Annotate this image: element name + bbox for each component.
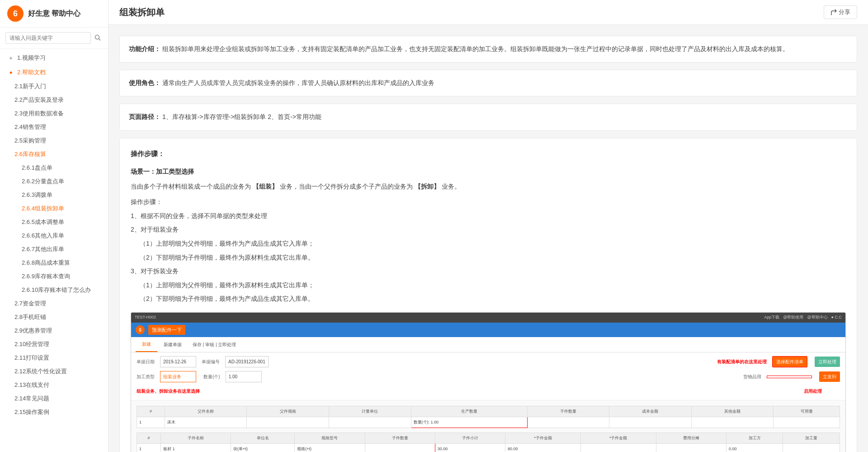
mock-lth-unit-name: 单位名 [231,433,295,444]
sidebar-sub-label: 2.4销售管理 [14,123,46,131]
sidebar-item-custom[interactable]: 2.12系统个性化设置 [0,365,108,378]
mock-lower-table: # 子件名称 单位名 规格型号 子件数量 子件小计 *子件金额 *子件金额 费用… [137,433,840,452]
sidebar-sub-label: 2.6.8商品成本重算 [22,259,70,267]
mock-select-btn[interactable]: 选择配件清单 [772,356,807,367]
mock-upper-table-area: # 父件名称 父件规格 计量单位 生产数量 子件数量 成本金额 其他金额 可用量 [131,400,845,429]
mock-annotation-row: 组装业务、拆卸业务在这里选择 启用处理 [137,386,840,396]
sidebar-item-case[interactable]: 2.15操作案例 [0,405,108,419]
sidebar-item-capital[interactable]: 2.7资金管理 [0,297,108,310]
brand-name: 好生意 帮助中心 [28,9,80,19]
mock-th-unit: 计量单位 [329,406,411,417]
sidebar-item-print[interactable]: 2.11打印设置 [0,351,108,365]
step3-1: （1）上部明细为父件明细，最终作为原材料生成其它出库单； [131,279,846,291]
mock-date-input[interactable]: 2019-12-26 [160,356,196,367]
function-intro-card: 功能介绍： 组装拆卸单用来处理企业组装或拆卸等加工业务，支持有固定装配清单的产品… [119,36,857,62]
mock-form-row-1: 单据日期 2019-12-26 单据编号 AD-20191226-001 有装配… [137,356,840,367]
sidebar-sub-label: 2.6.4组装拆卸单 [22,205,64,213]
sidebar-item-inv-cost[interactable]: 2.6.5成本调整单 [0,215,108,229]
sidebar: 6 好生意 帮助中心 ＋ 1.视频学习 ● 2.帮助文档 2.1新手入门 2.2… [0,0,108,452]
main-header: 组装拆卸单 分享 [108,0,868,25]
sidebar-sub-label: 2.8手机旺铺 [14,313,46,321]
mock-num-label: 单据编号 [202,357,220,366]
sidebar-sub-label: 2.13在线支付 [14,381,49,389]
mock-lth-fee: 费用分摊 [656,433,726,444]
mock-lth-amt1: *子件金额 [505,433,581,444]
mock-th-avail: 可用量 [774,406,840,417]
sidebar-item-new[interactable]: 2.1新手入门 [0,80,108,93]
mock-th-parent-name: 父件名称 [165,406,247,417]
sidebar-item-coupon[interactable]: 2.9优惠券管理 [0,324,108,338]
sidebar-sub-label: 2.6.1盘点单 [22,164,52,172]
sidebar-sub-label: 2.11打印设置 [14,354,49,362]
mock-form-area: 单据日期 2019-12-26 单据编号 AD-20191226-001 有装配… [131,352,845,400]
search-input[interactable] [5,32,91,44]
use-role-text: 通常由生产人员或库管人员完成拆装业务的操作，库管人员确认原材料的出库和产成品的入… [162,79,434,86]
mock-tab-bar: 新建 新建单据 保存 | 审核 | 立即处理 [131,337,845,352]
mock-th-cost: 成本金额 [609,406,692,417]
mock-lth-qty-sub: 子件数量 [365,433,435,444]
mock-status-bar: TEST-H002 App下载 @帮助使用 @帮助中心 ● C.C [131,313,845,323]
sidebar-item-sales[interactable]: 2.4销售管理 [0,120,108,134]
mock-qty-input[interactable]: 1.00 [226,371,262,382]
search-button[interactable] [93,33,103,44]
mock-tab-actions[interactable]: 保存 | 审核 | 立即处理 [188,338,241,351]
sidebar-item-inv-check[interactable]: 2.6.1盘点单 [0,161,108,175]
mock-app-bar: 6 预测配件一下 [131,323,845,337]
annotation-1: 有装配清单的在这里处理 [717,357,767,366]
mock-td-cost [609,417,692,428]
sidebar-item-docs[interactable]: ● 2.帮助文档 [0,65,108,80]
sidebar-item-purchase[interactable]: 2.5采购管理 [0,134,108,147]
mock-th-qty-sub: 子件数量 [527,406,609,417]
sidebar-item-inv-err[interactable]: 2.6.10库存账本错了怎么办 [0,283,108,297]
mock-num-input[interactable]: AD-20191226-001 [225,356,269,367]
annotation-3: 启用处理 [804,387,822,395]
sidebar-item-video[interactable]: ＋ 1.视频学习 [0,51,108,65]
plus-icon: ＋ [7,54,14,62]
mock-type-input[interactable]: 组装业务 [160,371,196,382]
sidebar-item-inv-transfer[interactable]: 2.6.3调拨单 [0,188,108,202]
sidebar-item-inv-out[interactable]: 2.6.7其他出库单 [0,243,108,256]
mock-qty-label: 数量(个) [203,372,220,381]
sidebar-item-label: 2.帮助文档 [17,68,46,76]
sidebar-item-install[interactable]: 2.2产品安装及登录 [0,93,108,107]
mock-lower-table-area: # 子件名称 单位名 规格型号 子件数量 子件小计 *子件金额 *子件金额 费用… [131,429,845,452]
mock-td-num: 1 [137,417,165,428]
mock-td-other [691,417,774,428]
sidebar-item-faq[interactable]: 2.14常见问题 [0,392,108,405]
mock-th-other: 其他金额 [691,406,774,417]
sidebar-item-inv-split[interactable]: 2.6.2分量盘点单 [0,175,108,188]
sidebar-item-inv-book[interactable]: 2.6.9库存账本查询 [0,270,108,283]
table-row: 1 床木 数量(个): 1.00 [137,417,840,428]
step3-2: （2）下部明细为子件明细，最终作为产成品生成其它入库单。 [131,293,846,305]
step3: 3、对于拆装业务 [131,265,846,277]
sidebar-item-inventory[interactable]: 2.6库存核算 [0,147,108,161]
function-intro-text: 组装拆卸单用来处理企业组装或拆卸等加工业务，支持有固定装配清单的产品加工业务，也… [162,45,789,52]
sidebar-item-mobile[interactable]: 2.8手机旺铺 [0,310,108,324]
mock-apply-btn[interactable]: 立即处理 [815,357,840,367]
steps-section: 操作步骤： 场景一：加工类型选择 当由多个子件材料组装成一个成品的业务为 【组装… [119,138,857,452]
sidebar-sub-label: 2.5采购管理 [14,137,46,145]
mock-goods-input[interactable] [767,376,812,378]
scene1-desc-text: 当由多个子件材料组装成一个成品的业务为 [131,183,251,190]
sidebar-item-data[interactable]: 2.3使用前数据准备 [0,107,108,120]
sidebar-item-inv-in[interactable]: 2.6.6其他入库单 [0,229,108,243]
search-area [0,28,108,49]
mock-tab-new[interactable]: 新建 [136,337,157,352]
logo-icon: 6 [7,5,24,22]
sidebar-sub-label: 2.6.10库存账本错了怎么办 [22,286,91,294]
nav-section: ＋ 1.视频学习 ● 2.帮助文档 2.1新手入门 2.2产品安装及登录 2.3… [0,49,108,421]
sidebar-item-ops[interactable]: 2.10经营管理 [0,338,108,351]
sidebar-sub-label: 2.6.9库存账本查询 [22,272,70,281]
mock-confirm-btn[interactable]: 立发到 [819,371,840,382]
sidebar-item-inv-assembly[interactable]: 2.6.4组装拆卸单 [0,202,108,215]
mock-date-label: 单据日期 [137,357,155,366]
sidebar-sub-label: 2.10经营管理 [14,340,49,348]
annotation-2: 组装业务、拆卸业务在这里选择 [137,387,200,395]
sidebar-sub-label: 2.6.3调拨单 [22,191,52,199]
sidebar-item-payment[interactable]: 2.13在线支付 [0,378,108,392]
function-intro-label: 功能介绍： [129,45,160,52]
sidebar-item-inv-cost2[interactable]: 2.6.8商品成本重算 [0,256,108,270]
share-button[interactable]: 分享 [824,5,857,19]
mock-tab-list[interactable]: 新建单据 [157,338,188,352]
mock-td-name: 床木 [165,417,247,428]
